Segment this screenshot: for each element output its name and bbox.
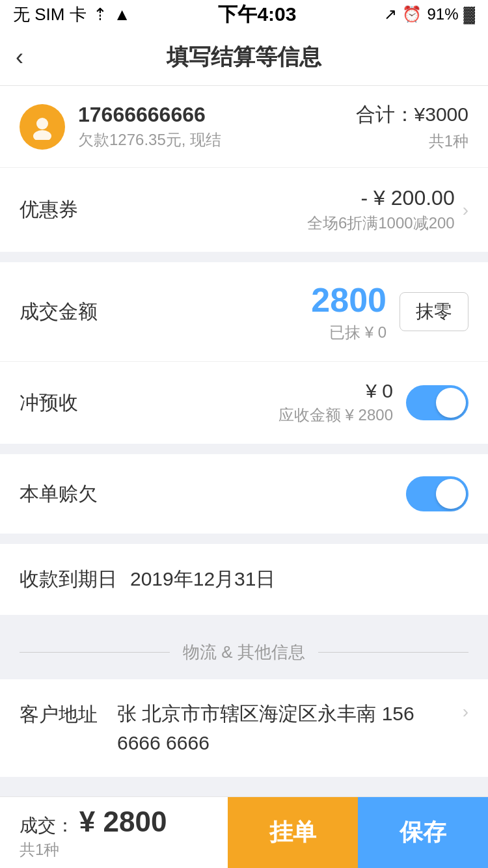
address-value: 张 北京市市辖区海淀区永丰南 156 6666 6666 bbox=[117, 699, 463, 757]
bottom-deal-row: 成交： ¥ 2800 bbox=[20, 806, 208, 838]
round-zero-button[interactable]: 抹零 bbox=[400, 292, 468, 331]
location-icon: ↗ bbox=[384, 5, 397, 23]
debt-label: 本单赊欠 bbox=[20, 481, 98, 508]
amount-sub: 已抹 ¥ 0 bbox=[311, 322, 386, 343]
amount-label: 成交金额 bbox=[20, 299, 98, 325]
debt-toggle[interactable] bbox=[406, 476, 468, 511]
customer-total: 合计：¥3000 bbox=[356, 102, 468, 128]
address-row[interactable]: 客户地址 张 北京市市辖区海淀区永丰南 156 6666 6666 › bbox=[0, 679, 488, 777]
status-left: 无 SIM 卡 ⇡ ▲ bbox=[13, 3, 130, 26]
precollect-sub: 应收金额 ¥ 2800 bbox=[278, 405, 393, 426]
wifi-icon: ⇡ bbox=[93, 5, 107, 25]
status-time: 下午4:03 bbox=[218, 1, 296, 28]
customer-info: 17666666666 欠款1276.35元, 现结 bbox=[78, 103, 221, 150]
customer-card: 17666666666 欠款1276.35元, 现结 合计：¥3000 共1种 … bbox=[0, 86, 488, 252]
coupon-desc: 全场6折满1000减200 bbox=[307, 213, 455, 234]
svg-point-0 bbox=[36, 118, 48, 129]
precollect-right: ¥ 0 应收金额 ¥ 2800 bbox=[278, 380, 468, 426]
main-content: 17666666666 欠款1276.35元, 现结 合计：¥3000 共1种 … bbox=[0, 86, 488, 868]
customer-right: 合计：¥3000 共1种 bbox=[356, 102, 468, 152]
status-bar: 无 SIM 卡 ⇡ ▲ 下午4:03 ↗ ⏰ 91% ▓ bbox=[0, 0, 488, 29]
address-chevron-icon: › bbox=[463, 699, 468, 722]
address-section: 客户地址 张 北京市市辖区海淀区永丰南 156 6666 6666 › bbox=[0, 679, 488, 777]
amount-section: 成交金额 2800 已抹 ¥ 0 抹零 冲预收 ¥ 0 应收金额 ¥ 2800 bbox=[0, 262, 488, 444]
amount-value: 2800 bbox=[311, 281, 386, 319]
battery-level: 91% bbox=[427, 5, 458, 23]
wifi-signal: ▲ bbox=[114, 5, 131, 25]
logistics-title: 物流 & 其他信息 bbox=[170, 641, 318, 664]
coupon-label: 优惠券 bbox=[20, 197, 78, 223]
coupon-amount: - ¥ 200.00 bbox=[307, 186, 455, 210]
logistics-line-left bbox=[20, 652, 170, 653]
customer-row: 17666666666 欠款1276.35元, 现结 合计：¥3000 共1种 bbox=[0, 86, 488, 167]
bottom-info: 成交： ¥ 2800 共1种 bbox=[0, 806, 228, 860]
address-label: 客户地址 bbox=[20, 699, 98, 728]
amount-right: 2800 已抹 ¥ 0 抹零 bbox=[311, 280, 468, 343]
battery-icon: ▓ bbox=[464, 5, 476, 23]
duedate-section: 收款到期日 2019年12月31日 bbox=[0, 544, 488, 615]
precollect-row: 冲预收 ¥ 0 应收金额 ¥ 2800 bbox=[0, 361, 488, 444]
amount-row: 成交金额 2800 已抹 ¥ 0 抹零 bbox=[0, 262, 488, 361]
debt-toggle-knob bbox=[436, 479, 466, 509]
precollect-label: 冲预收 bbox=[20, 390, 78, 416]
logistics-line-right bbox=[318, 652, 468, 653]
bottom-count: 共1种 bbox=[20, 839, 208, 860]
sim-label: 无 SIM 卡 bbox=[13, 3, 87, 26]
coupon-chevron-icon: › bbox=[463, 200, 468, 221]
precollect-values: ¥ 0 应收金额 ¥ 2800 bbox=[278, 380, 393, 426]
duedate-label: 收款到期日 bbox=[20, 566, 117, 593]
back-button[interactable]: ‹ bbox=[16, 44, 23, 71]
debt-section: 本单赊欠 bbox=[0, 454, 488, 534]
nav-bar: ‹ 填写结算等信息 bbox=[0, 29, 488, 86]
page-title: 填写结算等信息 bbox=[167, 42, 321, 72]
logistics-header: 物流 & 其他信息 bbox=[0, 625, 488, 679]
precollect-toggle[interactable] bbox=[406, 385, 468, 420]
duedate-value: 2019年12月31日 bbox=[130, 566, 275, 593]
customer-sub: 欠款1276.35元, 现结 bbox=[78, 129, 221, 150]
save-button[interactable]: 保存 bbox=[358, 797, 488, 869]
amount-values: 2800 已抹 ¥ 0 bbox=[311, 280, 386, 343]
customer-left: 17666666666 欠款1276.35元, 现结 bbox=[20, 103, 221, 150]
clock-icon: ⏰ bbox=[402, 5, 422, 23]
duedate-row: 收款到期日 2019年12月31日 bbox=[0, 544, 488, 615]
precollect-amount: ¥ 0 bbox=[278, 380, 393, 402]
bottom-deal-amount: ¥ 2800 bbox=[79, 806, 167, 837]
svg-point-1 bbox=[33, 130, 51, 140]
avatar bbox=[20, 104, 65, 150]
toggle-knob bbox=[436, 388, 466, 418]
status-right: ↗ ⏰ 91% ▓ bbox=[384, 5, 475, 23]
bottom-bar: 成交： ¥ 2800 共1种 挂单 保存 bbox=[0, 796, 488, 868]
debt-row: 本单赊欠 bbox=[0, 454, 488, 534]
hang-order-button[interactable]: 挂单 bbox=[228, 797, 358, 869]
customer-count: 共1种 bbox=[356, 131, 468, 152]
bottom-deal-label: 成交： bbox=[20, 815, 74, 835]
coupon-right: - ¥ 200.00 全场6折满1000减200 › bbox=[307, 186, 468, 234]
coupon-row[interactable]: 优惠券 - ¥ 200.00 全场6折满1000减200 › bbox=[0, 167, 488, 252]
customer-phone: 17666666666 bbox=[78, 103, 221, 127]
coupon-values: - ¥ 200.00 全场6折满1000减200 bbox=[307, 186, 455, 234]
